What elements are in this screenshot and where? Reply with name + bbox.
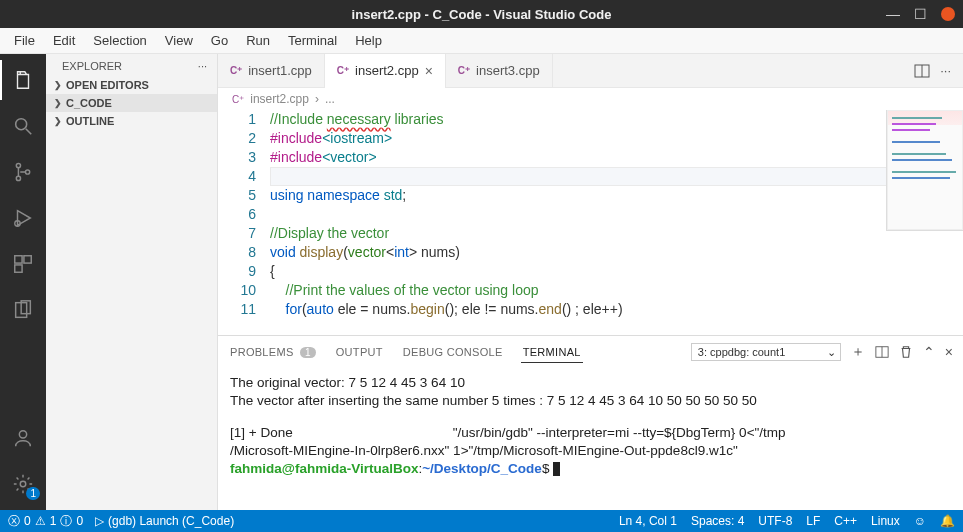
status-os[interactable]: Linux <box>871 514 900 528</box>
tab-insert2[interactable]: C⁺ insert2.cpp × <box>325 54 446 88</box>
status-problems[interactable]: ⓧ0 ⚠1 ⓘ0 <box>8 513 83 530</box>
panel-tabs: PROBLEMS 1 OUTPUT DEBUG CONSOLE TERMINAL… <box>218 336 963 368</box>
svg-line-1 <box>26 129 32 135</box>
sidebar-section-label: OPEN EDITORS <box>66 79 149 91</box>
code-content[interactable]: //Include necessary libraries#include<io… <box>270 110 963 335</box>
status-encoding[interactable]: UTF-8 <box>758 514 792 528</box>
debug-icon: ▷ <box>95 514 104 528</box>
window-title: insert2.cpp - C_Code - Visual Studio Cod… <box>0 7 963 22</box>
cpp-file-icon: C⁺ <box>230 65 242 76</box>
terminal-select[interactable]: 3: cppdbg: count1 ⌄ <box>691 343 841 361</box>
error-icon: ⓧ <box>8 513 20 530</box>
info-icon: ⓘ <box>60 513 72 530</box>
chevron-right-icon: ❯ <box>54 116 62 126</box>
chevron-right-icon: ❯ <box>54 80 62 90</box>
menu-terminal[interactable]: Terminal <box>280 31 345 50</box>
sidebar-explorer: EXPLORER ··· ❯ OPEN EDITORS ❯ C_CODE ❯ O… <box>46 54 218 510</box>
status-launch[interactable]: ▷ (gdb) Launch (C_Code) <box>95 514 234 528</box>
status-eol[interactable]: LF <box>806 514 820 528</box>
panel-tab-label: PROBLEMS <box>230 346 294 358</box>
activity-extensions-icon[interactable] <box>0 244 46 284</box>
kill-terminal-icon[interactable] <box>899 345 913 359</box>
status-bar: ⓧ0 ⚠1 ⓘ0 ▷ (gdb) Launch (C_Code) Ln 4, C… <box>0 510 963 532</box>
sidebar-more-icon[interactable]: ··· <box>198 60 207 72</box>
svg-point-0 <box>16 119 27 130</box>
activity-settings-icon[interactable]: 1 <box>0 464 46 504</box>
panel-close-icon[interactable]: × <box>945 344 953 360</box>
menu-selection[interactable]: Selection <box>85 31 154 50</box>
cpp-file-icon: C⁺ <box>232 94 244 105</box>
minimap[interactable] <box>887 110 963 230</box>
svg-point-4 <box>25 170 29 174</box>
svg-point-3 <box>16 176 20 180</box>
terminal-line: /Microsoft-MIEngine-In-0lrp8er6.nxx" 1>"… <box>230 442 951 460</box>
activity-search-icon[interactable] <box>0 106 46 146</box>
terminal-select-value: 3: cppdbg: count1 <box>698 346 785 358</box>
svg-rect-6 <box>15 256 22 263</box>
menu-file[interactable]: File <box>6 31 43 50</box>
sidebar-header: EXPLORER ··· <box>46 54 217 76</box>
more-actions-icon[interactable]: ··· <box>940 63 951 79</box>
maximize-icon[interactable]: ☐ <box>914 6 927 22</box>
panel-tab-terminal[interactable]: TERMINAL <box>521 342 583 363</box>
panel-tab-problems[interactable]: PROBLEMS 1 <box>228 342 318 362</box>
chevron-down-icon: ⌄ <box>827 346 836 359</box>
tab-label: insert2.cpp <box>355 63 419 78</box>
menu-help[interactable]: Help <box>347 31 390 50</box>
cpp-file-icon: C⁺ <box>458 65 470 76</box>
menu-run[interactable]: Run <box>238 31 278 50</box>
breadcrumb-file: insert2.cpp <box>250 92 309 106</box>
panel-maximize-icon[interactable]: ⌃ <box>923 344 935 360</box>
editor-actions: ··· <box>914 63 963 79</box>
sidebar-folder[interactable]: ❯ C_CODE <box>46 94 217 112</box>
panel-actions: 3: cppdbg: count1 ⌄ ＋ ⌃ × <box>691 343 953 361</box>
panel-tab-debug[interactable]: DEBUG CONSOLE <box>401 342 505 362</box>
sidebar-open-editors[interactable]: ❯ OPEN EDITORS <box>46 76 217 94</box>
terminal-line: The original vector: 7 5 12 4 45 3 64 10 <box>230 374 951 392</box>
window-controls: — ☐ <box>886 6 955 22</box>
activity-explorer-icon[interactable] <box>0 60 46 100</box>
svg-point-12 <box>20 481 26 487</box>
status-notifications-icon[interactable]: 🔔 <box>940 514 955 528</box>
tab-insert3[interactable]: C⁺ insert3.cpp <box>446 54 553 88</box>
breadcrumb-separator: › <box>315 92 319 106</box>
svg-point-11 <box>19 431 26 438</box>
tab-close-icon[interactable]: × <box>425 63 433 79</box>
settings-badge: 1 <box>26 487 40 500</box>
split-terminal-icon[interactable] <box>875 345 889 359</box>
editor-tabs: C⁺ insert1.cpp C⁺ insert2.cpp × C⁺ inser… <box>218 54 963 88</box>
tab-insert1[interactable]: C⁺ insert1.cpp <box>218 54 325 88</box>
editor-area: C⁺ insert1.cpp C⁺ insert2.cpp × C⁺ inser… <box>218 54 963 510</box>
warning-icon: ⚠ <box>35 514 46 528</box>
panel-tab-output[interactable]: OUTPUT <box>334 342 385 362</box>
problems-badge: 1 <box>300 347 316 358</box>
split-editor-icon[interactable] <box>914 63 930 79</box>
menu-go[interactable]: Go <box>203 31 236 50</box>
menu-view[interactable]: View <box>157 31 201 50</box>
minimize-icon[interactable]: — <box>886 6 900 22</box>
sidebar-title: EXPLORER <box>62 60 122 72</box>
bottom-panel: PROBLEMS 1 OUTPUT DEBUG CONSOLE TERMINAL… <box>218 335 963 510</box>
terminal-line: The vector after inserting the same numb… <box>230 392 951 410</box>
tab-label: insert3.cpp <box>476 63 540 78</box>
activity-additional-icon[interactable] <box>0 290 46 330</box>
activity-source-control-icon[interactable] <box>0 152 46 192</box>
status-feedback-icon[interactable]: ☺ <box>914 514 926 528</box>
new-terminal-icon[interactable]: ＋ <box>851 343 865 361</box>
close-icon[interactable] <box>941 7 955 21</box>
terminal-content[interactable]: The original vector: 7 5 12 4 45 3 64 10… <box>218 368 963 510</box>
sidebar-outline[interactable]: ❯ OUTLINE <box>46 112 217 130</box>
code-editor[interactable]: 1234567891011 //Include necessary librar… <box>218 110 963 335</box>
menu-edit[interactable]: Edit <box>45 31 83 50</box>
line-gutter: 1234567891011 <box>218 110 270 335</box>
breadcrumb[interactable]: C⁺ insert2.cpp › ... <box>218 88 963 110</box>
status-line-col[interactable]: Ln 4, Col 1 <box>619 514 677 528</box>
terminal-cursor <box>553 462 560 476</box>
status-language[interactable]: C++ <box>834 514 857 528</box>
terminal-line: [1] + Done"/usr/bin/gdb" --interpreter=m… <box>230 424 951 442</box>
cpp-file-icon: C⁺ <box>337 65 349 76</box>
activity-run-debug-icon[interactable] <box>0 198 46 238</box>
sidebar-section-label: C_CODE <box>66 97 112 109</box>
status-spaces[interactable]: Spaces: 4 <box>691 514 744 528</box>
activity-accounts-icon[interactable] <box>0 418 46 458</box>
